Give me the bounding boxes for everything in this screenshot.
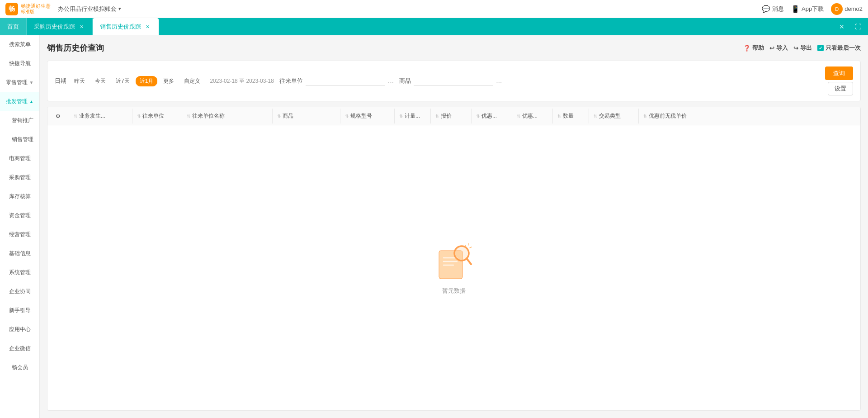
svg-line-6 bbox=[467, 258, 471, 264]
logo-icon: 畅 bbox=[5, 3, 18, 15]
table-body: 暂元数据 bbox=[47, 125, 860, 410]
sidebar-item-member[interactable]: 畅会员 bbox=[0, 358, 39, 377]
date-btn-today[interactable]: 今天 bbox=[91, 76, 110, 86]
th-discount2[interactable]: ⇅ 优惠... bbox=[512, 109, 553, 124]
dropdown-icon: ▾ bbox=[118, 6, 121, 12]
tab-bar: 首页 采购历史价跟踪 ✕ 销售历史价跟踪 ✕ ✕ ⛶ bbox=[0, 18, 868, 35]
top-bar-right: 💬 消息 📱 App下载 D demo2 bbox=[762, 3, 863, 15]
export-btn[interactable]: ↪ 导出 bbox=[793, 44, 812, 52]
table-container: ⚙ ⇅ 业务发生... ⇅ 往来单位 ⇅ 往来单位名称 bbox=[47, 107, 861, 411]
sidebar-item-wholesale-mgmt[interactable]: 批发管理 ▲ bbox=[0, 92, 39, 111]
sidebar-item-weixin[interactable]: 企业微信 bbox=[0, 339, 39, 358]
th-product[interactable]: ⇅ 商品 bbox=[273, 109, 340, 124]
filter-row: 日期 昨天 今天 近7天 近1月 更多 自定义 2023-02-18 至 202… bbox=[47, 61, 861, 101]
th-notax[interactable]: ⇅ 优惠前无税单价 bbox=[639, 109, 860, 124]
sort-icon: ⇅ bbox=[557, 114, 561, 119]
product-input[interactable] bbox=[414, 76, 493, 86]
sidebar-item-app-center[interactable]: 应用中心 bbox=[0, 320, 39, 339]
help-btn[interactable]: ❓ 帮助 bbox=[743, 44, 764, 52]
tab-bar-controls: ✕ ⛶ bbox=[835, 20, 868, 33]
date-btn-yesterday[interactable]: 昨天 bbox=[70, 76, 89, 86]
sidebar-item-guide[interactable]: 新手引导 bbox=[0, 301, 39, 320]
checkbox-icon: ✓ bbox=[817, 45, 824, 51]
sort-icon: ⇅ bbox=[277, 114, 281, 119]
unit-label: 往来单位 bbox=[279, 77, 303, 85]
main-layout: 搜索菜单 快捷导航 零售管理 ▼ 批发管理 ▲ 营销推广 销售管理 电商管理 采… bbox=[0, 35, 868, 418]
date-buttons: 昨天 今天 近7天 近1月 更多 自定义 bbox=[70, 76, 204, 86]
table-header: ⚙ ⇅ 业务发生... ⇅ 往来单位 ⇅ 往来单位名称 bbox=[47, 107, 860, 125]
content-area: 销售历史价查询 ❓ 帮助 ↩ 导入 ↪ 导出 ✓ bbox=[40, 35, 868, 418]
tab-sales-history[interactable]: 销售历史价跟踪 ✕ bbox=[93, 18, 159, 35]
close-tab-sales[interactable]: ✕ bbox=[144, 23, 151, 30]
workspace-selector[interactable]: 办公用品行业模拟账套 ▾ bbox=[54, 3, 125, 15]
sidebar-item-search-menu[interactable]: 搜索菜单 bbox=[0, 35, 39, 54]
tab-purchase-history[interactable]: 采购历史价跟踪 ✕ bbox=[27, 18, 93, 35]
th-quantity[interactable]: ⇅ 数量 bbox=[553, 109, 589, 124]
search-menu-label: 搜索菜单 bbox=[9, 41, 31, 48]
query-button[interactable]: 查询 bbox=[825, 66, 853, 80]
empty-illustration bbox=[434, 241, 474, 281]
sidebar-item-enterprise[interactable]: 企业协同 bbox=[0, 282, 39, 301]
logo-area: 畅 畅捷通好生意 标准版 bbox=[5, 3, 51, 15]
page-title-actions: ❓ 帮助 ↩ 导入 ↪ 导出 ✓ 只看最后一次 bbox=[743, 44, 861, 52]
avatar: D bbox=[831, 3, 843, 15]
settings-button[interactable]: 设置 bbox=[828, 82, 853, 95]
sidebar-item-base-info[interactable]: 基础信息 bbox=[0, 244, 39, 263]
only-last-checkbox[interactable]: ✓ 只看最后一次 bbox=[817, 44, 861, 52]
maximize-btn[interactable]: ⛶ bbox=[852, 20, 864, 33]
th-spec[interactable]: ⇅ 规格型号 bbox=[340, 109, 395, 124]
th-discount1[interactable]: ⇅ 优惠... bbox=[472, 109, 512, 124]
sort-icon: ⇅ bbox=[594, 114, 597, 119]
th-price[interactable]: ⇅ 报价 bbox=[431, 109, 472, 124]
unit-input[interactable] bbox=[306, 76, 385, 86]
product-dots-btn[interactable]: ... bbox=[496, 77, 502, 85]
date-btn-more[interactable]: 更多 bbox=[159, 76, 178, 86]
th-unit-name[interactable]: ⇅ 往来单位名称 bbox=[182, 109, 273, 124]
sort-icon: ⇅ bbox=[476, 114, 480, 119]
empty-state: 暂元数据 bbox=[406, 214, 501, 322]
page-title-row: 销售历史价查询 ❓ 帮助 ↩ 导入 ↪ 导出 ✓ bbox=[47, 43, 861, 53]
sidebar-item-sales-mgmt[interactable]: 销售管理 bbox=[0, 130, 39, 149]
filter-btn-group: 查询 设置 bbox=[825, 66, 853, 95]
help-icon: ❓ bbox=[743, 45, 750, 52]
sidebar-item-operations[interactable]: 经营管理 bbox=[0, 225, 39, 244]
sort-icon: ⇅ bbox=[187, 114, 190, 119]
close-tab-purchase[interactable]: ✕ bbox=[78, 23, 85, 30]
tab-home[interactable]: 首页 bbox=[0, 18, 27, 35]
sort-icon: ⇅ bbox=[517, 114, 520, 119]
user-area[interactable]: D demo2 bbox=[831, 3, 863, 15]
unit-dots-btn[interactable]: ... bbox=[388, 77, 394, 85]
date-btn-custom[interactable]: 自定义 bbox=[180, 76, 204, 86]
import-btn[interactable]: ↩ 导入 bbox=[769, 44, 788, 52]
page-content: 销售历史价查询 ❓ 帮助 ↩ 导入 ↪ 导出 ✓ bbox=[40, 35, 868, 418]
sidebar-item-purchase-mgmt[interactable]: 采购管理 bbox=[0, 168, 39, 187]
empty-svg-icon bbox=[434, 241, 474, 281]
th-date[interactable]: ⇅ 业务发生... bbox=[69, 109, 132, 124]
app-download-btn[interactable]: 📱 App下载 bbox=[791, 5, 824, 13]
product-filter: 商品 ... bbox=[399, 76, 502, 86]
sidebar-item-inventory[interactable]: 库存核算 bbox=[0, 187, 39, 206]
sidebar-item-ecommerce[interactable]: 电商管理 bbox=[0, 149, 39, 168]
import-icon: ↩ bbox=[769, 45, 774, 52]
date-btn-1month[interactable]: 近1月 bbox=[136, 76, 158, 86]
th-trade[interactable]: ⇅ 交易类型 bbox=[589, 109, 639, 124]
message-icon: 💬 bbox=[762, 5, 770, 13]
page-title: 销售历史价查询 bbox=[47, 43, 104, 53]
th-settings[interactable]: ⚙ bbox=[47, 109, 69, 123]
date-btn-7days[interactable]: 近7天 bbox=[112, 76, 134, 86]
date-filter-group: 日期 昨天 今天 近7天 近1月 更多 自定义 2023-02-18 至 202… bbox=[55, 76, 274, 86]
sidebar-item-finance[interactable]: 资金管理 bbox=[0, 206, 39, 225]
sidebar-item-marketing[interactable]: 营销推广 bbox=[0, 111, 39, 130]
th-measure[interactable]: ⇅ 计量... bbox=[395, 109, 431, 124]
sidebar-item-quick-nav[interactable]: 快捷导航 bbox=[0, 54, 39, 73]
svg-line-8 bbox=[470, 247, 472, 248]
unit-filter: 往来单位 ... bbox=[279, 76, 394, 86]
sort-icon: ⇅ bbox=[435, 114, 439, 119]
message-btn[interactable]: 💬 消息 bbox=[762, 5, 784, 13]
th-unit[interactable]: ⇅ 往来单位 bbox=[132, 109, 182, 124]
sidebar-item-system[interactable]: 系统管理 bbox=[0, 263, 39, 282]
close-window-btn[interactable]: ✕ bbox=[835, 20, 848, 33]
sort-icon: ⇅ bbox=[345, 114, 349, 119]
top-bar-left: 畅 畅捷通好生意 标准版 办公用品行业模拟账套 ▾ bbox=[5, 3, 125, 15]
sidebar-item-retail-mgmt[interactable]: 零售管理 ▼ bbox=[0, 73, 39, 92]
